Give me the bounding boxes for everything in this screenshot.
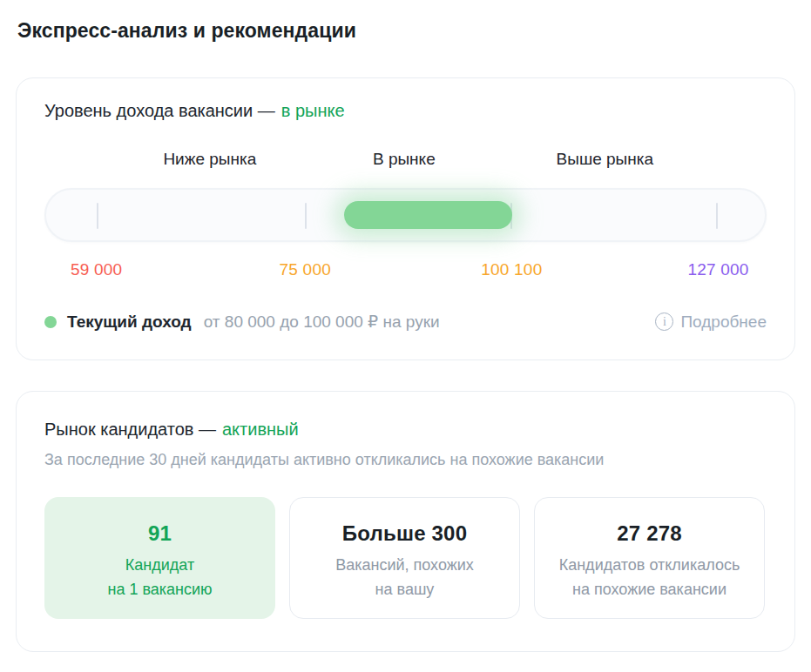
current-income-label: Текущий доход [67, 312, 192, 332]
stat-label-line: Вакансий, похожих [335, 556, 474, 574]
stat-label-line: Кандидат [125, 556, 194, 574]
market-stats-row: 91 Кандидат на 1 вакансию Больше 300 Вак… [44, 497, 767, 619]
stat-label: Кандидат на 1 вакансию [107, 553, 212, 601]
page-title: Экспресс-анализ и рекомендации [17, 19, 795, 43]
income-card-status: в рынке [281, 101, 345, 121]
market-card-status: активный [222, 420, 299, 440]
income-dot-icon [44, 316, 57, 328]
current-income-row: Текущий доход от 80 000 до 100 000 ₽ на … [44, 312, 767, 332]
salary-range-track [44, 188, 767, 242]
track-tick [716, 203, 718, 229]
stat-value: Больше 300 [342, 521, 467, 546]
info-icon: i [655, 312, 673, 331]
stat-label: Кандидатов откликалось на похожие ваканс… [559, 553, 740, 601]
details-button[interactable]: i Подробнее [655, 312, 767, 332]
scale-value: 59 000 [71, 260, 122, 279]
scale-value: 100 100 [481, 260, 542, 279]
zone-label-above-market: Выше рынка [557, 150, 653, 169]
scale-value: 127 000 [687, 260, 748, 279]
market-card-title: Рынок кандидатов — [44, 420, 216, 440]
stat-label-line: Кандидатов откликалось [559, 556, 740, 574]
zone-label-in-market: В рынке [373, 150, 436, 169]
income-level-card: Уровень дохода вакансии — в рынке Ниже р… [16, 77, 795, 360]
stat-candidates-per-vacancy: 91 Кандидат на 1 вакансию [44, 497, 275, 619]
current-income-range-text: от 80 000 до 100 000 ₽ на руки [204, 312, 440, 332]
track-tick [305, 203, 307, 229]
stat-similar-vacancies: Больше 300 Вакансий, похожих на вашу [289, 497, 520, 619]
salary-scale-values: 59 000 75 000 100 100 127 000 [44, 260, 767, 281]
market-card-subtitle: За последние 30 дней кандидаты активно о… [44, 451, 767, 469]
stat-label-line: на вашу [375, 581, 435, 598]
stat-candidate-responses: 27 278 Кандидатов откликалось на похожие… [534, 497, 765, 619]
stat-value: 27 278 [617, 521, 682, 546]
income-card-header: Уровень дохода вакансии — в рынке [44, 101, 767, 121]
stat-label-line: на похожие вакансии [572, 581, 727, 598]
zone-label-below-market: Ниже рынка [163, 150, 256, 169]
page: Экспресс-анализ и рекомендации Уровень д… [0, 0, 811, 652]
current-income-range-pill [344, 201, 512, 229]
salary-zone-labels: Ниже рынка В рынке Выше рынка [44, 150, 767, 171]
stat-value: 91 [148, 521, 172, 546]
scale-value: 75 000 [280, 260, 331, 279]
market-card-header: Рынок кандидатов — активный [44, 420, 767, 440]
stat-label-line: на 1 вакансию [107, 581, 212, 598]
income-card-title: Уровень дохода вакансии — [44, 101, 275, 121]
candidate-market-card: Рынок кандидатов — активный За последние… [16, 391, 795, 652]
current-income-legend: Текущий доход от 80 000 до 100 000 ₽ на … [44, 312, 440, 332]
details-button-label: Подробнее [680, 312, 767, 332]
track-tick [97, 203, 98, 229]
stat-label: Вакансий, похожих на вашу [335, 553, 474, 601]
